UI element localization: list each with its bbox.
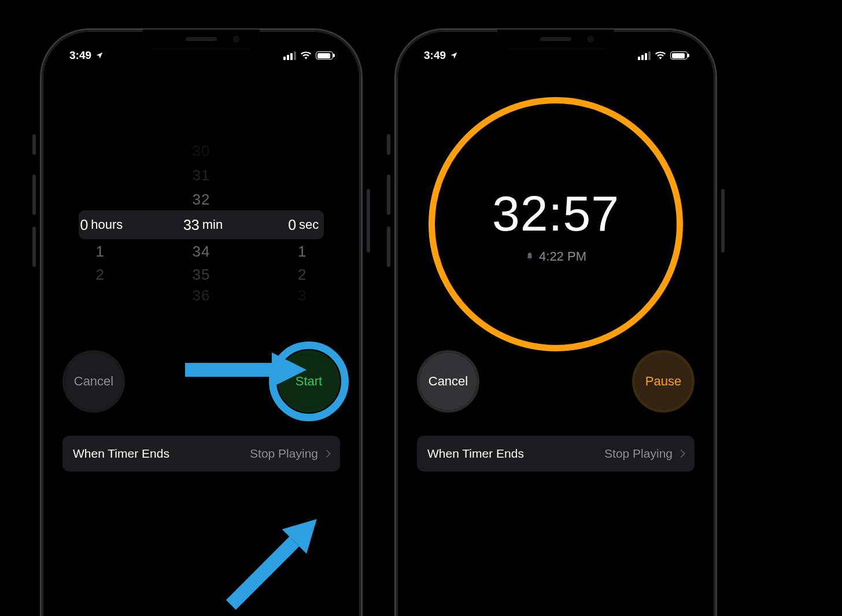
speaker-icon xyxy=(540,37,571,41)
phone-side-button xyxy=(32,134,36,155)
option-label: When Timer Ends xyxy=(73,447,169,461)
when-timer-ends-row[interactable]: When Timer Ends Stop Playing xyxy=(417,436,695,472)
picker-selected-values: 0 hours 33 min 0 sec xyxy=(50,214,353,236)
picker-min-opt[interactable]: 36 xyxy=(151,282,252,309)
svg-rect-2 xyxy=(226,537,300,610)
timer-controls: Cancel Pause xyxy=(404,347,707,416)
svg-marker-1 xyxy=(272,352,306,387)
phone-volume-up xyxy=(32,175,36,215)
cancel-button[interactable]: Cancel xyxy=(417,350,479,413)
cellular-icon xyxy=(638,51,651,60)
wifi-icon xyxy=(300,51,312,60)
phone-notch xyxy=(498,30,614,49)
phone-volume-up xyxy=(387,175,390,215)
phone-power-button xyxy=(721,189,725,253)
chevron-right-icon xyxy=(677,450,685,458)
cancel-button[interactable]: Cancel xyxy=(62,350,125,413)
phone-side-button xyxy=(387,134,390,155)
countdown-ends-at-value: 4:22 PM xyxy=(539,249,586,264)
picker-seconds-value: 0 xyxy=(286,217,296,233)
countdown-time: 32:57 xyxy=(492,185,619,242)
status-time: 3:49 xyxy=(424,49,446,62)
phone-timer-running: 3:49 32:57 xyxy=(396,30,715,616)
pause-button[interactable]: Pause xyxy=(632,350,695,413)
picker-min-opt[interactable]: 30 xyxy=(151,138,252,164)
pause-button-label: Pause xyxy=(645,374,681,389)
countdown-container: 32:57 4:22 PM xyxy=(404,97,707,351)
svg-rect-0 xyxy=(185,363,272,377)
screen-right: 3:49 32:57 xyxy=(404,38,707,616)
when-timer-ends-row[interactable]: When Timer Ends Stop Playing xyxy=(62,436,340,472)
phone-volume-down xyxy=(32,227,36,267)
picker-min-opt[interactable]: 31 xyxy=(151,162,252,188)
camera-icon xyxy=(588,36,594,42)
option-value: Stop Playing xyxy=(250,447,318,461)
countdown-ring: 32:57 4:22 PM xyxy=(429,97,683,351)
status-bar: 3:49 xyxy=(404,49,707,62)
annotation-arrow-start xyxy=(185,352,306,387)
picker-hours-value: 0 xyxy=(77,217,88,233)
picker-minutes-label: min xyxy=(202,217,223,232)
annotation-arrow-option xyxy=(197,489,347,616)
status-time: 3:49 xyxy=(69,49,91,62)
stage: 3:49 xyxy=(0,0,842,616)
timer-picker[interactable]: 1 2 30 31 32 34 35 36 1 2 3 xyxy=(50,129,353,326)
chevron-right-icon xyxy=(323,450,331,458)
picker-hours-label: hours xyxy=(91,217,123,232)
location-icon xyxy=(95,51,104,60)
speaker-icon xyxy=(186,37,217,41)
cancel-button-label: Cancel xyxy=(429,374,468,389)
picker-sec-opt[interactable]: 3 xyxy=(252,282,353,309)
wifi-icon xyxy=(655,51,666,60)
phone-power-button xyxy=(367,189,370,253)
bell-icon xyxy=(525,252,534,261)
battery-icon xyxy=(670,51,688,60)
countdown-ends-at: 4:22 PM xyxy=(525,249,586,264)
picker-seconds-label: sec xyxy=(299,217,319,232)
location-icon xyxy=(450,51,458,60)
option-label: When Timer Ends xyxy=(427,447,524,461)
camera-icon xyxy=(233,36,239,42)
cancel-button-label: Cancel xyxy=(74,374,113,389)
phone-volume-down xyxy=(387,227,390,267)
option-value: Stop Playing xyxy=(604,447,673,461)
battery-icon xyxy=(316,51,333,60)
phone-notch xyxy=(143,30,259,49)
picker-min-opt[interactable]: 32 xyxy=(151,186,252,213)
status-bar: 3:49 xyxy=(50,49,353,62)
picker-minutes-value: 33 xyxy=(180,217,200,233)
cellular-icon xyxy=(283,51,296,60)
picker-hours-opt[interactable]: 2 xyxy=(50,261,151,288)
